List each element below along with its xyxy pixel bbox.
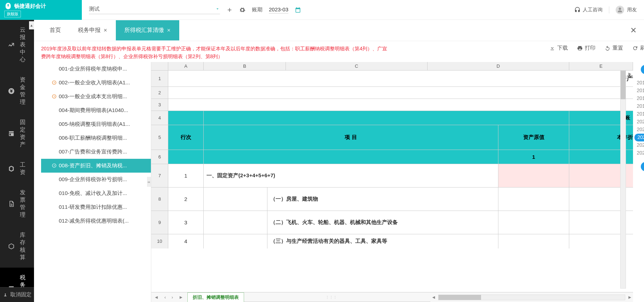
form-item-label: 006-职工薪酬纳税调整明细...: [59, 135, 127, 141]
refresh-icon: [632, 45, 638, 51]
year-item[interactable]: 2015年: [634, 79, 644, 87]
row-header[interactable]: 6: [151, 150, 168, 164]
row-header[interactable]: 3: [151, 99, 168, 111]
form-list-item[interactable]: ?003-一般企业成本支出明细...: [41, 90, 151, 104]
cell-rownum[interactable]: 1: [168, 164, 204, 187]
tabs-more-icon[interactable]: [639, 28, 644, 33]
cell-value[interactable]: [498, 234, 569, 248]
help-icon: ?: [52, 80, 57, 85]
sidebar-item-label: 税务管理: [20, 274, 26, 287]
settings-gear-button[interactable]: [239, 7, 245, 13]
hscroll-left[interactable]: ◄: [430, 295, 437, 300]
reset-icon: [605, 45, 610, 51]
support-label: 人工咨询: [583, 7, 603, 13]
user-menu[interactable]: 用友: [616, 6, 637, 14]
close-all-tabs-button[interactable]: ✕: [627, 26, 639, 35]
form-list-item[interactable]: 009-企业所得税弥补亏损明...: [41, 173, 151, 186]
reset-button[interactable]: 重置: [605, 45, 623, 51]
cell-item[interactable]: 一、固定资产(2+3+4+5+6+7): [204, 164, 498, 187]
header-rownum[interactable]: 行次: [168, 125, 204, 150]
row-header[interactable]: 8: [151, 188, 168, 211]
tab-1[interactable]: 税务申报✕: [69, 20, 116, 40]
form-list-item[interactable]: 007-广告费和业务宣传费跨...: [41, 145, 151, 159]
cell-item[interactable]: （三）与生产经营活动有关的器具、工具、家具等: [267, 234, 498, 248]
sheet-tab-active[interactable]: 折旧、摊销调整明细表: [187, 292, 244, 302]
row-header[interactable]: 10: [151, 234, 168, 248]
col-header-D[interactable]: D: [428, 62, 569, 70]
year-scroll-down[interactable]: [641, 162, 644, 171]
form-list-item[interactable]: 004-期间费用明细表(A1040...: [41, 104, 151, 117]
sidebar-item-label: 库存核算: [20, 231, 26, 261]
year-item[interactable]: 2016年: [634, 87, 644, 95]
headset-icon: [574, 7, 581, 13]
sheet-tab-grip-icon[interactable]: ⋮⋮⋮: [326, 295, 337, 299]
year-item[interactable]: 2021年: [634, 126, 644, 134]
row-header[interactable]: 4: [151, 111, 168, 125]
col-header-C[interactable]: C: [286, 62, 428, 70]
tab-0[interactable]: 首页: [41, 20, 69, 40]
unpin-sidebar-button[interactable]: 取消固定: [0, 287, 34, 302]
row-header[interactable]: 1: [151, 71, 168, 86]
hscroll-right[interactable]: ►: [627, 295, 633, 300]
col-header-E[interactable]: E: [569, 62, 633, 70]
calendar-icon[interactable]: [295, 7, 301, 13]
form-list-item[interactable]: 010-免税、减计收入及加计...: [41, 186, 151, 200]
form-list-item[interactable]: 001-企业所得税年度纳税申...: [41, 62, 151, 76]
form-list-item[interactable]: ?002-一般企业收入明细表(A1...: [41, 76, 151, 90]
sheet-nav-last[interactable]: ►: [176, 295, 186, 300]
header-col-1[interactable]: 1: [498, 150, 569, 164]
cell-rownum[interactable]: 3: [168, 211, 204, 234]
tab-2[interactable]: 所得税汇算清缴✕: [116, 20, 179, 40]
col-header-A[interactable]: A: [168, 62, 204, 70]
year-item[interactable]: 2023年: [634, 141, 644, 149]
support-button[interactable]: 人工咨询: [574, 7, 603, 13]
refresh-button[interactable]: 刷新: [632, 45, 644, 51]
year-item[interactable]: 2020年: [634, 118, 644, 126]
form-list-item[interactable]: 005-纳税调整项目明细表(A1...: [41, 117, 151, 131]
form-list-item[interactable]: ?008-资产折旧、摊销及纳税...: [41, 159, 151, 173]
row-header[interactable]: 7: [151, 164, 168, 187]
print-button[interactable]: 打印: [577, 45, 595, 51]
add-company-button[interactable]: [226, 7, 233, 13]
sheet-nav-next[interactable]: ›: [169, 295, 176, 300]
cell-value[interactable]: [498, 164, 569, 187]
company-selector[interactable]: 测试: [89, 6, 220, 14]
row-header[interactable]: 9: [151, 211, 168, 234]
header-asset-orig[interactable]: 资产原值: [498, 125, 569, 150]
cell-item[interactable]: （一）房屋、建筑物: [267, 188, 498, 211]
header-item[interactable]: 项 目: [204, 125, 498, 150]
tab-close-icon[interactable]: ✕: [103, 28, 107, 33]
download-button[interactable]: 下载: [549, 45, 568, 51]
sidebar-scroll-up[interactable]: ▲: [29, 21, 34, 29]
sheet-nav-first[interactable]: ◄: [151, 295, 162, 300]
row-header[interactable]: 5: [151, 125, 168, 150]
cell-value[interactable]: [498, 211, 569, 234]
sheet-corner[interactable]: [151, 62, 168, 70]
year-item[interactable]: 2018年: [634, 102, 644, 110]
brand-logo-icon: [4, 2, 12, 10]
cell-item[interactable]: （二）飞机、火车、轮船、机器、机械和其他生产设备: [267, 211, 498, 234]
notice-text: 2019年度涉及取以前年度结转数据的申报表单元格需要手工维护正确，才能保证本年及…: [41, 45, 388, 61]
svg-text:?: ?: [53, 164, 55, 167]
year-item[interactable]: 2024年: [634, 149, 644, 157]
form-list-item[interactable]: 011-研发费用加计扣除优惠...: [41, 200, 151, 214]
cell-rownum[interactable]: 4: [168, 234, 204, 248]
year-scroll-up[interactable]: [641, 65, 644, 74]
year-item[interactable]: 2017年: [634, 95, 644, 102]
year-item[interactable]: 2019年: [634, 110, 644, 118]
tab-close-icon[interactable]: ✕: [167, 28, 171, 33]
form-list-item[interactable]: 012-减免所得税优惠明细表(...: [41, 214, 151, 228]
row-header[interactable]: 2: [151, 87, 168, 99]
year-item[interactable]: 2022年: [634, 134, 644, 141]
col-header-B[interactable]: B: [204, 62, 286, 70]
sheet-nav-prev[interactable]: ‹: [162, 295, 169, 300]
cell-rownum[interactable]: 2: [168, 188, 204, 211]
sheet-next-icon[interactable]: ▶: [627, 71, 633, 78]
cell-value[interactable]: [498, 188, 569, 211]
vertical-scrollbar[interactable]: [620, 71, 626, 289]
horizontal-scrollbar[interactable]: [438, 295, 625, 300]
form-list-item[interactable]: 006-职工薪酬纳税调整明细...: [41, 131, 151, 145]
period-value[interactable]: 2023-03: [269, 6, 288, 13]
sheet-title[interactable]: 资产: [168, 71, 633, 86]
form-list-collapse-button[interactable]: ‹‹: [147, 177, 151, 187]
